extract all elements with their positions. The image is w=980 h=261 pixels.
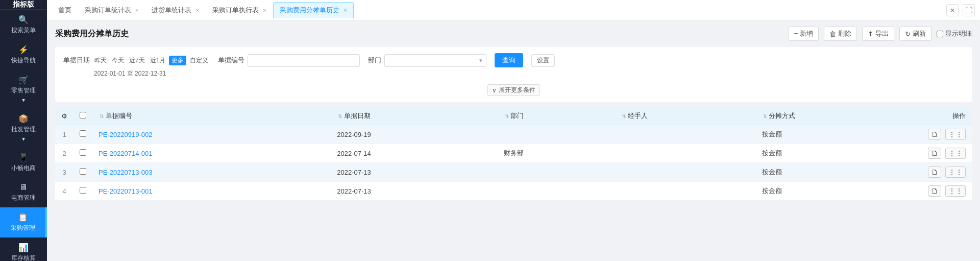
row-select-checkbox[interactable] — [80, 130, 86, 137]
date-shortcut-7days[interactable]: 近7天 — [128, 56, 146, 65]
show-columns-checkbox[interactable] — [937, 31, 943, 37]
tab-purchase-order-exec-label: 采购订单执行表 — [212, 6, 259, 15]
row-seq: 1 — [55, 125, 74, 144]
sort-icon[interactable]: ⇅ — [622, 113, 626, 119]
table-row: 2 PE-20220714-001 2022-07-14 财务部 按金额 🗋 ⋮… — [55, 144, 972, 163]
doc-number-link[interactable]: PE-20220714-001 — [99, 150, 153, 157]
more-actions-button[interactable]: ⋮⋮ — [945, 129, 966, 140]
th-settings: ⚙ — [55, 107, 74, 125]
gear-icon[interactable]: ⚙ — [61, 112, 67, 120]
row-handler — [615, 144, 755, 163]
add-button[interactable]: + 新增 — [789, 27, 819, 41]
table-row: 1 PE-20220919-002 2022-09-19 按金额 🗋 ⋮⋮ — [55, 125, 972, 144]
row-split-method: 按金额 — [756, 163, 921, 182]
delete-icon: 🗑 — [829, 30, 836, 38]
tab-purchase-cost-history[interactable]: 采购费用分摊单历史 × — [273, 2, 353, 18]
tab-purchase-order-stat[interactable]: 采购订单统计表 × — [79, 2, 144, 18]
filter-expand-row: ∨ 展开更多条件 — [63, 81, 964, 96]
date-shortcut-1month[interactable]: 近1月 — [149, 56, 167, 65]
sort-icon[interactable]: ⇅ — [338, 113, 342, 119]
delete-button[interactable]: 🗑 删除 — [824, 27, 857, 41]
date-filter-label: 单据日期 — [63, 56, 90, 65]
filter-date: 单据日期 昨天 今天 近7天 近1月 更多 自定义 — [63, 56, 210, 65]
row-dept — [498, 125, 615, 144]
export-icon: ⬆ — [868, 30, 873, 38]
doc-number-link[interactable]: PE-20220713-003 — [99, 169, 153, 176]
close-window-button[interactable]: × — [946, 4, 959, 16]
doc-number-col-label: 单据编号 — [106, 112, 132, 120]
tab-close-icon[interactable]: × — [195, 7, 199, 13]
date-shortcut-yesterday[interactable]: 昨天 — [93, 56, 108, 65]
tab-close-icon[interactable]: × — [263, 7, 266, 13]
row-seq: 3 — [55, 163, 74, 182]
tab-close-icon[interactable]: × — [135, 7, 138, 13]
row-dept: 财务部 — [498, 144, 615, 163]
tab-receive-stat-label: 进货单统计表 — [152, 6, 191, 15]
view-doc-button[interactable]: 🗋 — [928, 167, 941, 178]
sidebar-item-ecom[interactable]: 🖥 电商管理 — [0, 178, 47, 207]
sidebar: 指标版 🔍 搜索菜单 ⚡ 快捷导航 🛒 零售管理 ▾ 📦 批发管理 ▾ 📱 小畅… — [0, 0, 47, 261]
row-select-checkbox[interactable] — [80, 168, 86, 175]
action-col-label: 操作 — [952, 112, 966, 120]
page-title: 采购费用分摊单历史 — [55, 29, 129, 39]
row-checkbox — [74, 125, 92, 144]
sort-icon[interactable]: ⇅ — [505, 113, 509, 119]
sidebar-item-stock[interactable]: 📊 库存核算 — [0, 238, 47, 261]
view-doc-button[interactable]: 🗋 — [928, 148, 941, 159]
page-header: 采购费用分摊单历史 + 新增 🗑 删除 ⬆ 导出 ↻ 刷新 显示明细 — [55, 27, 972, 41]
row-checkbox — [74, 144, 92, 163]
row-doc-number: PE-20220713-003 — [92, 163, 331, 182]
refresh-button[interactable]: ↻ 刷新 — [899, 27, 932, 41]
tab-receive-stat[interactable]: 进货单统计表 × — [145, 2, 205, 18]
tab-bar: 首页 采购订单统计表 × 进货单统计表 × 采购订单执行表 × 采购费用分摊单历… — [47, 0, 980, 20]
page-content: 采购费用分摊单历史 + 新增 🗑 删除 ⬆ 导出 ↻ 刷新 显示明细 — [47, 20, 980, 261]
more-actions-button[interactable]: ⋮⋮ — [945, 185, 966, 197]
doc-number-input[interactable] — [248, 54, 360, 67]
sidebar-item-mini[interactable]: 📱 小畅电商 — [0, 148, 47, 178]
row-doc-number: PE-20220713-001 — [92, 182, 331, 201]
sidebar-item-retail[interactable]: 🛒 零售管理 ▾ — [0, 70, 47, 109]
doc-date-col-label: 单据日期 — [344, 112, 371, 120]
row-doc-number: PE-20220919-002 — [92, 125, 331, 144]
query-button[interactable]: 查询 — [495, 53, 523, 67]
row-select-checkbox[interactable] — [80, 149, 86, 156]
table-container: ⚙ ⇅ 单据编号 ⇅ 单据日期 — [55, 107, 972, 201]
row-checkbox — [74, 163, 92, 182]
more-actions-button[interactable]: ⋮⋮ — [945, 167, 966, 178]
settings-button[interactable]: 设置 — [531, 54, 555, 67]
view-doc-button[interactable]: 🗋 — [928, 185, 941, 197]
maximize-window-button[interactable]: ⛶ — [963, 4, 975, 16]
main-area: 首页 采购订单统计表 × 进货单统计表 × 采购订单执行表 × 采购费用分摊单历… — [47, 0, 980, 261]
row-doc-number: PE-20220714-001 — [92, 144, 331, 163]
sidebar-item-quick-nav[interactable]: ⚡ 快捷导航 — [0, 40, 47, 70]
tab-close-icon[interactable]: × — [344, 7, 347, 13]
mini-icon: 📱 — [18, 153, 29, 162]
view-doc-button[interactable]: 🗋 — [928, 129, 941, 140]
search-icon: 🔍 — [18, 15, 29, 25]
row-actions: 🗋 ⋮⋮ — [921, 163, 972, 182]
sort-icon[interactable]: ⇅ — [763, 113, 767, 119]
th-dept: ⇅ 部门 — [498, 107, 615, 125]
expand-filter-button[interactable]: ∨ 展开更多条件 — [487, 84, 540, 96]
th-doc-number: ⇅ 单据编号 — [92, 107, 331, 125]
doc-number-link[interactable]: PE-20220713-001 — [99, 187, 153, 195]
tab-home-label: 首页 — [58, 6, 71, 15]
more-actions-button[interactable]: ⋮⋮ — [945, 148, 966, 159]
handler-col-label: 经手人 — [628, 112, 648, 120]
chevron-down-icon: ▾ — [22, 97, 25, 104]
doc-number-link[interactable]: PE-20220919-002 — [99, 131, 153, 138]
sort-icon[interactable]: ⇅ — [100, 113, 104, 119]
select-all-checkbox[interactable] — [80, 112, 86, 118]
date-shortcut-today[interactable]: 今天 — [110, 56, 126, 65]
dept-select[interactable]: 财务部 — [384, 54, 486, 67]
tab-home[interactable]: 首页 — [52, 2, 78, 18]
th-action: 操作 — [921, 107, 972, 125]
date-shortcut-custom[interactable]: 自定义 — [188, 56, 210, 65]
sidebar-item-purchase[interactable]: 📋 采购管理 — [0, 207, 47, 238]
date-shortcut-more[interactable]: 更多 — [169, 56, 186, 65]
export-button[interactable]: ⬆ 导出 — [862, 27, 894, 41]
sidebar-item-search[interactable]: 🔍 搜索菜单 — [0, 10, 47, 40]
tab-purchase-order-exec[interactable]: 采购订单执行表 × — [206, 2, 272, 18]
row-select-checkbox[interactable] — [80, 187, 86, 194]
sidebar-item-wholesale[interactable]: 📦 批发管理 ▾ — [0, 109, 47, 148]
